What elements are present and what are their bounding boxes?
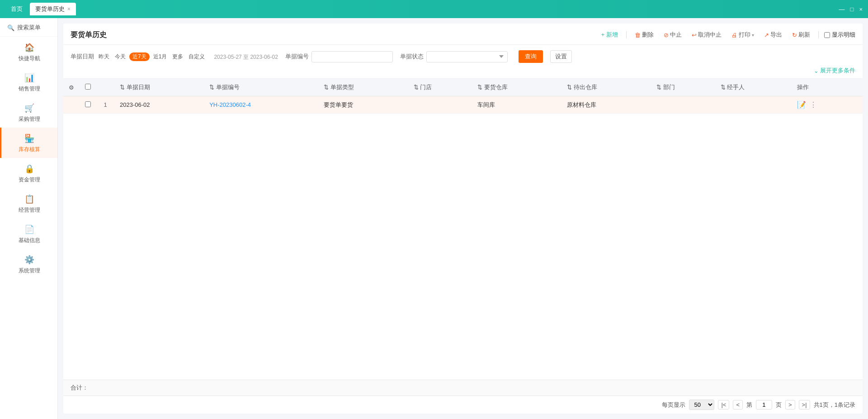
date-shortcuts: 昨天 今天 近7天 近1月 更多 自定义	[97, 52, 207, 61]
prev-page-btn[interactable]: <	[733, 400, 743, 409]
doc-status-label: 单据状态	[400, 52, 424, 61]
close-btn[interactable]: ×	[859, 6, 863, 13]
col-num	[96, 79, 114, 96]
close-tab-icon[interactable]: ×	[67, 6, 71, 12]
row-pending-warehouse: 原材料仓库	[561, 96, 651, 114]
row-doc-no: YH-20230602-4	[204, 96, 318, 114]
sidebar-item-operations[interactable]: 📋 经营管理	[0, 188, 57, 219]
print-dropdown-icon: ▾	[752, 33, 754, 38]
doc-date-filter: 单据日期 昨天 今天 近7天 近1月 更多 自定义	[71, 52, 207, 61]
total-info: 共1页，1条记录	[814, 401, 855, 409]
lock-icon: 🔒	[24, 163, 35, 174]
col-settings[interactable]: ⚙	[63, 79, 80, 96]
chevron-down-icon: ⌄	[814, 67, 819, 74]
col-doc-no: ⇅ 单据编号	[204, 79, 318, 96]
export-btn[interactable]: ↗ 导出	[761, 29, 785, 41]
toolbar: + 新增 🗑 删除 ⊘ 中止 ↩ 取消中止 🖨	[599, 29, 855, 41]
filter-bar: 单据日期 昨天 今天 近7天 近1月 更多 自定义 2023-05-27 至 2…	[63, 45, 863, 79]
tab-requisition-history[interactable]: 要货单历史 ×	[30, 3, 76, 15]
sidebar: 🔍 搜索菜单 🏠 快捷导航 📊 销售管理 🛒 采购管理 🏪 库存核算 🔒 资金管…	[0, 18, 58, 419]
col-store: ⇅ 门店	[408, 79, 472, 96]
expand-filter-btn[interactable]: ⌄ 展开更多条件	[814, 67, 855, 75]
maximize-btn[interactable]: □	[850, 6, 854, 13]
delete-btn[interactable]: 🗑 删除	[632, 29, 656, 41]
clipboard-icon: 📋	[24, 194, 35, 205]
page-header: 要货单历史 + 新增 🗑 删除 ⊘ 中止 ↩ 取消中止	[63, 24, 863, 45]
date-1month[interactable]: 近1月	[151, 52, 169, 61]
stop-btn[interactable]: ⊘ 中止	[661, 29, 684, 41]
tab-home[interactable]: 首页	[5, 3, 28, 15]
search-menu-icon: 🔍	[7, 24, 14, 31]
row-num: 1	[96, 96, 114, 114]
sidebar-item-base-info[interactable]: 📄 基础信息	[0, 219, 57, 249]
refresh-btn[interactable]: ↻ 刷新	[789, 29, 813, 41]
gear-icon: ⚙️	[24, 254, 35, 265]
col-dept: ⇅ 部门	[651, 79, 715, 96]
print-btn[interactable]: 🖨 打印 ▾	[729, 29, 757, 41]
settings-filter-btn[interactable]: 设置	[550, 50, 572, 63]
select-all-checkbox[interactable]	[85, 84, 91, 90]
row-req-warehouse: 车间库	[472, 96, 561, 114]
per-page-select[interactable]: 10 20 50 100	[689, 400, 714, 410]
row-doc-date: 2023-06-02	[114, 96, 204, 114]
sidebar-item-finance[interactable]: 🔒 资金管理	[0, 158, 57, 188]
home-icon: 🏠	[24, 42, 35, 53]
date-7days[interactable]: 近7天	[129, 52, 150, 61]
more-action-icon[interactable]: ⋮	[810, 101, 817, 109]
window-controls: — □ ×	[839, 6, 863, 13]
col-checkbox	[80, 79, 96, 96]
minimize-btn[interactable]: —	[839, 6, 845, 13]
page-number-input[interactable]: 1	[756, 400, 772, 409]
table-footer: 合计：	[63, 380, 863, 395]
new-btn[interactable]: + 新增	[599, 29, 621, 41]
sidebar-item-purchase[interactable]: 🛒 采购管理	[0, 97, 57, 128]
display-detail-label[interactable]: 显示明细	[824, 31, 855, 39]
filter-bottom: ⌄ 展开更多条件	[71, 67, 855, 75]
doc-status-select[interactable]	[426, 51, 508, 62]
main-layout: 🔍 搜索菜单 🏠 快捷导航 📊 销售管理 🛒 采购管理 🏪 库存核算 🔒 资金管…	[0, 18, 868, 419]
col-action: 操作	[792, 79, 863, 96]
date-more[interactable]: 更多	[170, 52, 185, 61]
first-page-btn[interactable]: |<	[718, 400, 729, 409]
row-checkbox	[80, 96, 96, 114]
row-select-checkbox[interactable]	[85, 101, 91, 107]
refresh-icon: ↻	[792, 32, 797, 38]
cancel-stop-btn[interactable]: ↩ 取消中止	[689, 29, 724, 41]
sidebar-item-sales[interactable]: 📊 销售管理	[0, 67, 57, 97]
date-custom[interactable]: 自定义	[187, 52, 207, 61]
cart-icon: 🛒	[24, 103, 35, 114]
table-row: 1 2023-06-02 YH-20230602-4 要货单要货	[63, 96, 863, 114]
col-doc-type: ⇅ 单据类型	[318, 79, 408, 96]
row-settings	[63, 96, 80, 114]
sidebar-item-inventory[interactable]: 🏪 库存核算	[0, 128, 57, 158]
print-icon: 🖨	[731, 32, 737, 38]
doc-no-label: 单据编号	[285, 52, 309, 61]
row-dept	[651, 96, 715, 114]
date-range-display: 2023-05-27 至 2023-06-02	[214, 52, 278, 61]
doc-no-input[interactable]	[311, 51, 393, 62]
date-today[interactable]: 今天	[113, 52, 127, 61]
display-detail-checkbox[interactable]	[824, 32, 830, 38]
col-handler: ⇅ 经手人	[715, 79, 792, 96]
query-btn[interactable]: 查询	[519, 50, 543, 63]
page-prefix: 第	[746, 401, 752, 409]
doc-status-filter: 单据状态	[400, 51, 508, 62]
doc-date-label: 单据日期	[71, 52, 94, 61]
sidebar-search[interactable]: 🔍 搜索菜单	[0, 18, 57, 37]
doc-icon: 📄	[24, 224, 35, 235]
pagination-bar: 每页显示 10 20 50 100 |< < 第 1 页 > >| 共1页，1条…	[63, 395, 863, 414]
content-area: 要货单历史 + 新增 🗑 删除 ⊘ 中止 ↩ 取消中止	[58, 18, 868, 419]
row-action: 📝 ⋮	[792, 96, 863, 114]
edit-action-icon[interactable]: 📝	[797, 101, 806, 109]
next-page-btn[interactable]: >	[785, 400, 795, 409]
cancel-stop-icon: ↩	[692, 32, 697, 38]
requisition-table: ⚙ ⇅ 单据日期 ⇅ 单据编号	[63, 79, 863, 114]
stop-icon: ⊘	[664, 32, 669, 38]
date-yesterday[interactable]: 昨天	[97, 52, 111, 61]
doc-no-link[interactable]: YH-20230602-4	[209, 101, 251, 108]
col-pending-warehouse: ⇅ 待出仓库	[561, 79, 651, 96]
sidebar-item-quick-nav[interactable]: 🏠 快捷导航	[0, 37, 57, 67]
export-icon: ↗	[764, 32, 769, 38]
last-page-btn[interactable]: >|	[799, 400, 810, 409]
sidebar-item-system[interactable]: ⚙️ 系统管理	[0, 249, 57, 279]
